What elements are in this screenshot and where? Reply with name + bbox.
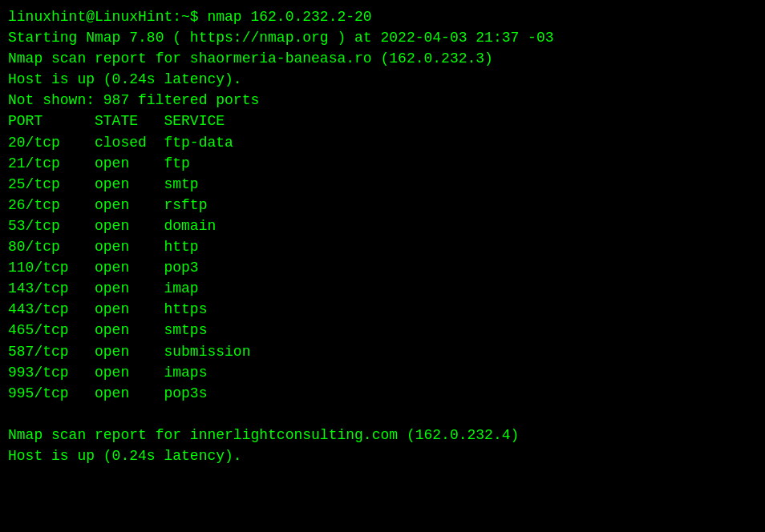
port-25: 25/tcp open smtp (8, 174, 757, 195)
not-shown: Not shown: 987 filtered ports (8, 90, 757, 111)
prompt-line: linuxhint@LinuxHint:~$ nmap 162.0.232.2-… (8, 6, 757, 27)
port-110: 110/tcp open pop3 (8, 257, 757, 278)
port-995: 995/tcp open pop3s (8, 383, 757, 404)
port-26: 26/tcp open rsftp (8, 195, 757, 216)
port-53: 53/tcp open domain (8, 216, 757, 236)
port-21: 21/tcp open ftp (8, 153, 757, 174)
terminal-container: linuxhint@LinuxHint:~$ nmap 162.0.232.2-… (8, 6, 757, 466)
scan-report-1: Nmap scan report for shaormeria-baneasa.… (8, 48, 757, 69)
port-20: 20/tcp closed ftp-data (8, 132, 757, 153)
port-80: 80/tcp open http (8, 236, 757, 257)
empty-line-19 (8, 404, 757, 425)
port-587: 587/tcp open submission (8, 341, 757, 362)
port-443: 443/tcp open https (8, 299, 757, 320)
scan-report-2: Nmap scan report for innerlightconsultin… (8, 425, 757, 445)
header: PORT STATE SERVICE (8, 111, 757, 131)
host-up-2: Host is up (0.24s latency). (8, 445, 757, 466)
port-465: 465/tcp open smtps (8, 320, 757, 341)
port-143: 143/tcp open imap (8, 278, 757, 299)
host-up-1: Host is up (0.24s latency). (8, 69, 757, 90)
starting-line: Starting Nmap 7.80 ( https://nmap.org ) … (8, 27, 757, 48)
port-993: 993/tcp open imaps (8, 362, 757, 383)
